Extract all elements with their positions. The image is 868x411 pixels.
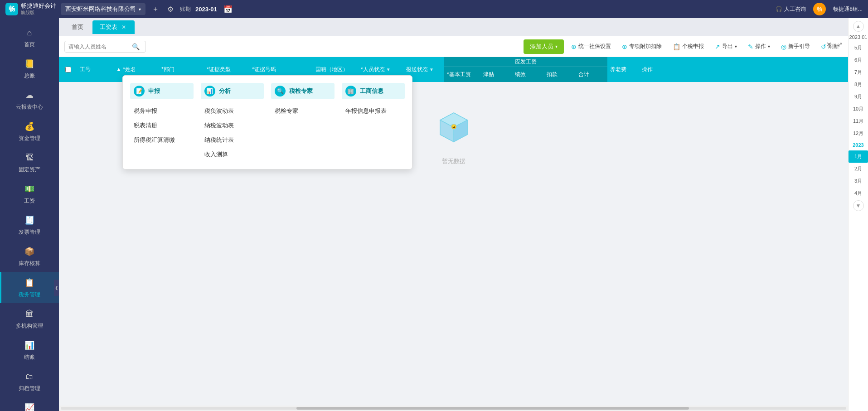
guide-button[interactable]: ◎ 新手引导 [777, 41, 814, 52]
export-button[interactable]: ↗ 导出 ▾ [711, 41, 741, 52]
operate-button[interactable]: ✎ 操作 ▾ [744, 41, 774, 52]
th-deduct: 扣款 [544, 67, 576, 82]
tax-expert-section-icon: 🔍 [275, 86, 286, 97]
month-2022-09[interactable]: 9月 [849, 91, 868, 103]
month-2023-01[interactable]: 1月 [849, 150, 868, 163]
home-icon: ⌂ [23, 26, 36, 39]
scrollbar-thumb[interactable] [296, 407, 689, 410]
top-bar-right: 🎧 人工咨询 畅 畅捷通8组... [776, 3, 863, 15]
menu-tax-table[interactable]: 税表清册 [130, 118, 194, 133]
month-2022-08[interactable]: 8月 [849, 78, 868, 91]
th-checkbox[interactable] [59, 63, 77, 76]
month-2022-07[interactable]: 7月 [849, 66, 868, 78]
month-2022-10[interactable]: 10月 [849, 103, 868, 115]
month-2022-06[interactable]: 6月 [849, 54, 868, 66]
popup-section-tax-expert: 🔍 税检专家 税检专家 [271, 83, 335, 162]
service-button[interactable]: 🎧 人工咨询 [776, 5, 806, 13]
invoice-icon: 🧾 [23, 214, 36, 227]
special-deduct-label: 专项附加扣除 [629, 43, 662, 50]
sidebar-label-archive: 归档管理 [19, 385, 40, 392]
menu-income-calc[interactable]: 收入测算 [201, 147, 264, 162]
right-panel-down-button[interactable]: ▼ [853, 200, 864, 211]
sidebar-item-tax[interactable]: 📋 税务管理 ❮ [0, 272, 59, 303]
operate-chevron-icon: ▾ [768, 44, 770, 49]
export-chevron-icon: ▾ [735, 44, 737, 49]
menu-income-tax-calc[interactable]: 所得税汇算清缴 [130, 133, 194, 147]
sidebar-item-inventory[interactable]: 📦 库存核算 [0, 241, 59, 272]
th-id: 工号 [77, 62, 113, 77]
tab-home[interactable]: 首页 [64, 20, 91, 34]
tax-declare-label: 个税申报 [682, 43, 704, 50]
month-2023-02[interactable]: 2月 [849, 163, 868, 175]
sidebar-label-salary: 工资 [24, 197, 35, 205]
tax-expert-section-title: 税检专家 [289, 87, 313, 95]
tab-salary[interactable]: 工资表 ✕ [92, 20, 135, 34]
sidebar-item-ledger[interactable]: 📒 总账 [0, 53, 59, 84]
sidebar-item-cloud-report[interactable]: ☁ 云报表中心 [0, 84, 59, 116]
settings-button[interactable]: ⚙ [165, 3, 175, 15]
guide-icon: ◎ [781, 43, 786, 50]
fixed-assets-icon: 🏗 [23, 151, 36, 164]
menu-tax-expert[interactable]: 税检专家 [271, 104, 335, 118]
declare-section-title: 申报 [148, 87, 160, 95]
menu-tax-declare[interactable]: 税务申报 [130, 104, 194, 118]
th-wage-group-sub: *基本工资 津贴 绩效 扣款 合计 [444, 67, 607, 82]
user-name[interactable]: 畅捷通8组... [833, 5, 863, 13]
tax-declare-button[interactable]: 📋 个税申报 [669, 41, 708, 52]
month-2022-11[interactable]: 11月 [849, 115, 868, 127]
right-panel-up-button[interactable]: ▲ [853, 21, 864, 32]
mini-report-icon: 📈 [23, 401, 36, 411]
window-controls: ✕ ⤢ [821, 36, 848, 53]
menu-annual-report[interactable]: 年报信息申报表 [342, 104, 405, 118]
sidebar-label-multi-org: 多机构管理 [16, 322, 43, 330]
menu-tax-fluctuation[interactable]: 税负波动表 [201, 104, 264, 118]
year-2023-label: 2023 [849, 140, 868, 150]
menu-payment-fluctuation[interactable]: 纳税波动表 [201, 118, 264, 133]
sidebar-item-settlement[interactable]: 📊 结账 [0, 334, 59, 366]
logo-icon: 畅 [5, 3, 18, 15]
sidebar-item-salary[interactable]: 💵 工资 [0, 178, 59, 209]
service-label: 人工咨询 [784, 5, 806, 13]
month-2023-04[interactable]: 4月 [849, 187, 868, 199]
sidebar-item-archive[interactable]: 🗂 归档管理 [0, 366, 59, 397]
main-content: 首页 工资表 ✕ ✕ ⤢ 🔍 添加人员 ▾ [59, 18, 848, 411]
svg-text:😐: 😐 [451, 124, 457, 130]
sidebar-item-mini-report[interactable]: 📈 小畅报销 [0, 397, 59, 411]
sidebar-item-home[interactable]: ⌂ 首页 [0, 22, 59, 53]
calendar-icon[interactable]: 📅 [222, 3, 234, 15]
sidebar-label-invoice: 发票管理 [19, 228, 40, 236]
tab-close-icon[interactable]: ✕ [120, 24, 127, 31]
toolbar: 🔍 添加人员 ▾ ⊕ 统一社保设置 ⊕ 专项附加扣除 📋 个税申报 [59, 36, 848, 57]
special-deduct-button[interactable]: ⊕ 专项附加扣除 [618, 41, 665, 52]
sidebar-item-capital[interactable]: 💰 资金管理 [0, 116, 59, 147]
social-insurance-button[interactable]: ⊕ 统一社保设置 [567, 41, 615, 52]
menu-tax-statistics[interactable]: 纳税统计表 [201, 133, 264, 147]
add-person-button[interactable]: 添加人员 ▾ [524, 39, 564, 54]
search-input[interactable] [68, 44, 132, 50]
ledger-icon: 📒 [23, 58, 36, 70]
month-2022-12[interactable]: 12月 [849, 127, 868, 140]
period-label: 账期 [180, 5, 191, 13]
inventory-icon: 📦 [23, 245, 36, 258]
month-2022-05[interactable]: 5月 [849, 42, 868, 54]
sidebar-item-multi-org[interactable]: 🏛 多机构管理 [0, 303, 59, 334]
popup-section-analysis: 📊 分析 税负波动表 纳税波动表 纳税统计表 收入测算 [201, 83, 264, 162]
month-2023-03[interactable]: 3月 [849, 175, 868, 187]
window-resize-button[interactable]: ⤢ [835, 40, 844, 49]
popup-overlay: 📝 申报 税务申报 税表清册 所得税汇算清缴 📊 分析 税负波动表 [122, 75, 412, 169]
sidebar-item-invoice[interactable]: 🧾 发票管理 [0, 209, 59, 241]
sidebar-item-fixed-assets[interactable]: 🏗 固定资产 [0, 147, 59, 178]
window-close-button[interactable]: ✕ [824, 40, 834, 49]
company-selector[interactable]: 西安虾米网络科技有限公司 ▾ [61, 3, 145, 15]
content-area: ✕ ⤢ 🔍 添加人员 ▾ ⊕ 统一社保设置 ⊕ [59, 36, 848, 411]
sidebar: ⌂ 首页 📒 总账 ☁ 云报表中心 💰 资金管理 🏗 固定资产 💵 工资 🧾 发… [0, 18, 59, 411]
search-icon: 🔍 [132, 43, 140, 50]
guide-label: 新手引导 [788, 43, 810, 50]
add-company-button[interactable]: ＋ [150, 3, 161, 16]
export-icon: ↗ [715, 43, 720, 50]
select-all-checkbox[interactable] [65, 67, 71, 73]
special-deduct-icon: ⊕ [622, 43, 627, 50]
horizontal-scrollbar[interactable] [59, 406, 848, 411]
tax-icon: 📋 [23, 276, 36, 289]
th-total: 合计 [576, 67, 607, 82]
